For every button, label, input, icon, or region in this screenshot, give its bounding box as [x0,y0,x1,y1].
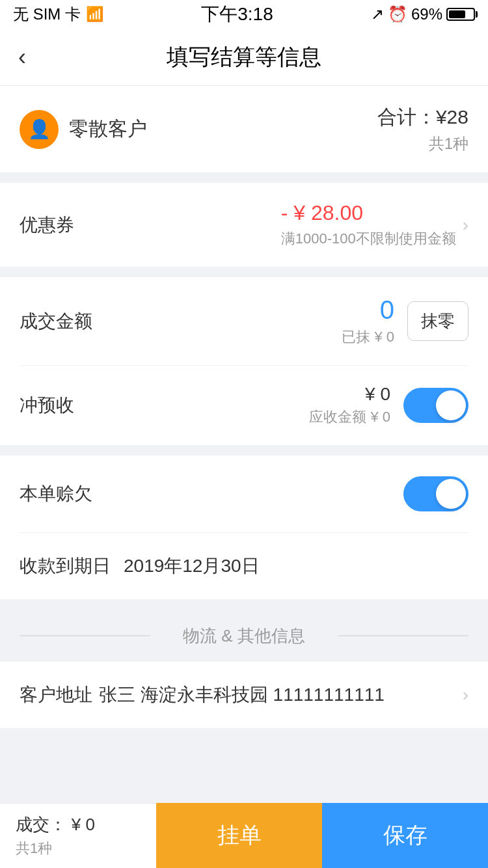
pending-label: 挂单 [217,821,262,850]
coupon-desc: 满1000-100不限制使用金额 [281,229,456,249]
battery-text: 69% [411,5,442,23]
address-chevron-icon: › [463,685,468,705]
transaction-right: 0 已抹 ¥ 0 抹零 [342,295,468,347]
bottom-count: 共1种 [16,839,141,858]
customer-section: 👤 零散客户 合计：¥28 共1种 [0,86,488,172]
status-time: 下午3:18 [201,2,273,27]
back-icon: ‹ [18,44,26,70]
logistics-header: 物流 & 其他信息 [0,610,488,662]
prepay-value-block: ¥ 0 应收金额 ¥ 0 [309,384,390,427]
avatar-icon: 👤 [28,118,51,140]
status-right: ↗ ⏰ 69% [371,5,475,23]
location-icon: ↗ [371,5,384,23]
transaction-label: 成交金额 [20,309,92,334]
page-title: 填写结算等信息 [167,42,321,72]
customer-row: 👤 零散客户 合计：¥28 共1种 [0,86,488,172]
avatar: 👤 [20,110,59,149]
total-price: 合计：¥28 [377,104,468,131]
coupon-section[interactable]: 优惠券 - ¥ 28.00 满1000-100不限制使用金额 › [0,183,488,267]
coupon-row[interactable]: 优惠券 - ¥ 28.00 满1000-100不限制使用金额 › [0,183,488,267]
customer-name: 零散客户 [69,116,147,142]
coupon-value-block: - ¥ 28.00 满1000-100不限制使用金额 [281,201,456,249]
address-section: 客户地址 张三 海淀永丰科技园 11111111111 › [0,662,488,728]
bottom-deal-label: 成交： [16,815,66,834]
transaction-value-block: 0 已抹 ¥ 0 [342,295,394,347]
alarm-icon: ⏰ [388,5,407,23]
coupon-label: 优惠券 [20,213,74,237]
back-button[interactable]: ‹ [18,44,26,71]
nav-bar: ‹ 填写结算等信息 [0,29,488,86]
bottom-deal-row: 成交： ¥ 0 [16,813,141,836]
toggle-knob [436,390,466,420]
prepay-value: ¥ 0 [309,384,390,405]
status-left: 无 SIM 卡 📶 [13,4,103,25]
bottom-info: 成交： ¥ 0 共1种 [0,803,156,868]
customer-info: 👤 零散客户 [20,110,147,149]
chevron-right-icon: › [463,215,468,236]
debt-toggle[interactable] [403,476,468,511]
coupon-discount: - ¥ 28.00 [281,201,456,225]
pending-button[interactable]: 挂单 [156,803,322,868]
due-date-row[interactable]: 收款到期日 2019年12月30日 [0,533,488,599]
customer-total: 合计：¥28 共1种 [377,104,468,154]
prepay-toggle[interactable] [403,388,468,423]
debt-row: 本单赊欠 [0,455,488,532]
save-button[interactable]: 保存 [322,803,488,868]
transaction-section: 成交金额 0 已抹 ¥ 0 抹零 冲预收 ¥ 0 应收金额 ¥ 0 [0,277,488,445]
status-bar: 无 SIM 卡 📶 下午3:18 ↗ ⏰ 69% [0,0,488,29]
bottom-deal-amount: ¥ 0 [72,815,95,834]
due-date-value: 2019年12月30日 [124,554,260,578]
bottom-bar: 成交： ¥ 0 共1种 挂单 保存 [0,803,488,868]
transaction-sub: 已抹 ¥ 0 [342,327,394,347]
prepay-sub: 应收金额 ¥ 0 [309,407,390,427]
transaction-row: 成交金额 0 已抹 ¥ 0 抹零 [0,277,488,365]
battery-icon [446,8,475,21]
address-row[interactable]: 客户地址 张三 海淀永丰科技园 11111111111 › [0,662,488,728]
coupon-right: - ¥ 28.00 满1000-100不限制使用金额 › [281,201,468,249]
address-label: 客户地址 [20,683,92,707]
carrier-text: 无 SIM 卡 [13,4,81,25]
save-label: 保存 [383,821,427,850]
address-value: 张三 海淀永丰科技园 11111111111 [92,683,463,707]
prepay-row: 冲预收 ¥ 0 应收金额 ¥ 0 [0,366,488,445]
debt-toggle-knob [436,479,466,509]
debt-section: 本单赊欠 收款到期日 2019年12月30日 [0,455,488,599]
due-date-label: 收款到期日 [20,554,111,578]
debt-label: 本单赊欠 [20,481,92,506]
transaction-value: 0 [342,295,394,325]
wifi-icon: 📶 [86,6,103,23]
total-count: 共1种 [377,133,468,154]
prepay-label: 冲预收 [20,393,74,418]
logistics-label: 物流 & 其他信息 [170,625,318,647]
prepay-right: ¥ 0 应收金额 ¥ 0 [309,384,468,427]
round-button[interactable]: 抹零 [407,301,468,341]
